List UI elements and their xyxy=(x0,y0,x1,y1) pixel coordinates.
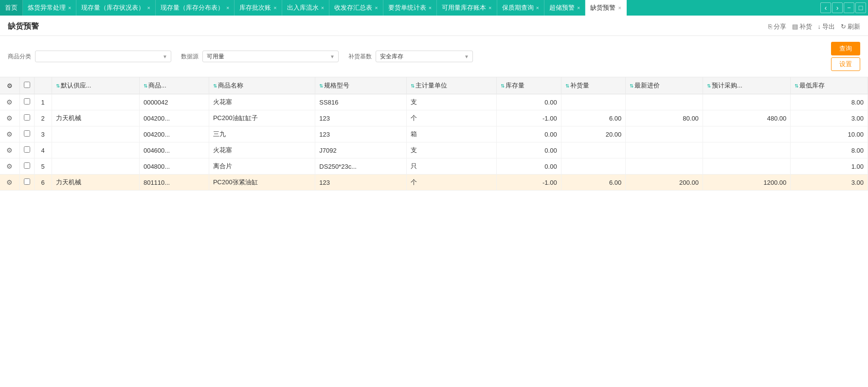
tab-summary[interactable]: 收发存汇总表 × xyxy=(329,0,383,16)
tab-close-expiry[interactable]: × xyxy=(536,5,539,11)
row-gear-3[interactable]: ⚙ xyxy=(0,142,19,158)
row-check-0[interactable] xyxy=(19,94,34,110)
row-unit-1: 个 xyxy=(407,110,497,126)
row-gear-4[interactable]: ⚙ xyxy=(0,158,19,175)
select-all-checkbox[interactable] xyxy=(24,82,30,88)
row-checkbox-0[interactable] xyxy=(24,98,30,105)
tab-close-lianhuo[interactable]: × xyxy=(68,5,71,11)
row-gear-1[interactable]: ⚙ xyxy=(0,110,19,126)
row-check-1[interactable] xyxy=(19,110,34,126)
query-button[interactable]: 查询 xyxy=(831,42,860,55)
tab-close-shortage[interactable]: × xyxy=(618,5,621,11)
row-checkbox-1[interactable] xyxy=(24,114,30,121)
col-latest-price-header[interactable]: ⇅最新进价 xyxy=(626,77,703,94)
tab-lianhuo[interactable]: 炼货异常处理 × xyxy=(23,0,76,16)
table-body: ⚙ 1 0000042 火花塞 SS816 支 0.00 8.00 ⚙ 2 力天… xyxy=(0,94,868,191)
tab-batch[interactable]: 库存批次账 × xyxy=(235,0,282,16)
export-button[interactable]: ↓ 导出 xyxy=(818,22,835,31)
tab-close-inout[interactable]: × xyxy=(321,5,324,11)
row-checkbox-5[interactable] xyxy=(24,178,30,185)
row-min-stock-2: 10.00 xyxy=(791,126,868,142)
tab-bar: 首页 炼货异常处理 × 现存量（库存状况表） × 现存量（库存分布表） × 库存… xyxy=(0,0,868,16)
row-est-purchase-0 xyxy=(703,94,790,110)
tab-close-overstock[interactable]: × xyxy=(577,5,580,11)
refresh-button[interactable]: ↻ 刷新 xyxy=(841,22,860,31)
row-checkbox-4[interactable] xyxy=(24,162,30,169)
data-table: ⚙ ⇅默认供应... ⇅商品... ⇅商品名称 ⇅规格型号 ⇅主计量单位 ⇅库存… xyxy=(0,77,868,191)
tab-stock-dist[interactable]: 现存量（库存分布表） × xyxy=(156,0,235,16)
row-min-stock-3: 8.00 xyxy=(791,142,868,158)
row-gear-2[interactable]: ⚙ xyxy=(0,126,19,142)
col-replenish-header[interactable]: ⇅补货量 xyxy=(561,77,626,94)
row-replenish-2: 20.00 xyxy=(561,126,626,142)
replenish-base-select[interactable] xyxy=(376,51,473,62)
col-gear-header[interactable]: ⚙ xyxy=(0,77,19,94)
col-supplier-header[interactable]: ⇅默认供应... xyxy=(52,77,139,94)
col-name-header[interactable]: ⇅商品名称 xyxy=(209,77,315,94)
datasource-select[interactable] xyxy=(202,51,339,62)
replenish-base-label: 补货基数 xyxy=(348,53,372,61)
col-spec-header[interactable]: ⇅规格型号 xyxy=(315,77,407,94)
row-replenish-5: 6.00 xyxy=(561,175,626,191)
tab-available[interactable]: 可用量库存账本 × xyxy=(437,0,497,16)
tab-close-summary[interactable]: × xyxy=(375,5,378,11)
tab-overstock[interactable]: 超储预警 × xyxy=(544,0,585,16)
row-num-3: 4 xyxy=(34,142,52,158)
row-gear-0[interactable]: ⚙ xyxy=(0,94,19,110)
category-select[interactable] xyxy=(35,51,171,62)
row-num-5: 6 xyxy=(34,175,52,191)
row-num-2: 3 xyxy=(34,126,52,142)
settings-button[interactable]: 设置 xyxy=(831,57,860,71)
row-check-2[interactable] xyxy=(19,126,34,142)
row-latest-price-1: 80.00 xyxy=(626,110,703,126)
tab-order-stat[interactable]: 要货单统计表 × xyxy=(383,0,437,16)
row-name-1: PC200油缸缸子 xyxy=(209,110,315,126)
tab-stock-status[interactable]: 现存量（库存状况表） × xyxy=(76,0,155,16)
replenish-base-select-wrapper xyxy=(376,51,473,62)
row-spec-2: 123 xyxy=(315,126,407,142)
tab-maximize-button[interactable]: □ xyxy=(855,2,866,13)
share-button[interactable]: ⎘ 分享 xyxy=(768,22,786,31)
category-label: 商品分类 xyxy=(8,53,31,61)
tab-minimize-button[interactable]: － xyxy=(844,2,854,13)
row-name-0: 火花塞 xyxy=(209,94,315,110)
row-latest-price-2 xyxy=(626,126,703,142)
col-code-header[interactable]: ⇅商品... xyxy=(139,77,209,94)
tab-inout[interactable]: 出入库流水 × xyxy=(282,0,329,16)
row-check-3[interactable] xyxy=(19,142,34,158)
row-checkbox-2[interactable] xyxy=(24,130,30,137)
row-gear-5[interactable]: ⚙ xyxy=(0,175,19,191)
datasource-select-wrapper xyxy=(202,51,339,62)
col-min-stock-header[interactable]: ⇅最低库存 xyxy=(791,77,868,94)
tab-close-available[interactable]: × xyxy=(488,5,491,11)
replenish-button[interactable]: ▤ 补货 xyxy=(792,22,812,31)
tab-next-button[interactable]: › xyxy=(832,2,843,13)
tab-close-batch[interactable]: × xyxy=(273,5,276,11)
row-code-3: 004600... xyxy=(139,142,209,158)
row-supplier-5: 力天机械 xyxy=(52,175,139,191)
tab-shortage[interactable]: 缺货预警 × xyxy=(585,0,626,16)
row-spec-5: 123 xyxy=(315,175,407,191)
row-min-stock-4: 1.00 xyxy=(791,158,868,175)
row-code-1: 004200... xyxy=(139,110,209,126)
tab-home[interactable]: 首页 xyxy=(0,0,23,16)
row-est-purchase-2 xyxy=(703,126,790,142)
col-unit-header[interactable]: ⇅主计量单位 xyxy=(407,77,497,94)
row-check-4[interactable] xyxy=(19,158,34,175)
row-unit-0: 支 xyxy=(407,94,497,110)
row-checkbox-3[interactable] xyxy=(24,146,30,153)
row-check-5[interactable] xyxy=(19,175,34,191)
tab-close-stock-dist[interactable]: × xyxy=(226,5,229,11)
row-supplier-2 xyxy=(52,126,139,142)
tab-close-stock-status[interactable]: × xyxy=(147,5,150,11)
col-est-purchase-header[interactable]: ⇅预计采购... xyxy=(703,77,790,94)
tab-close-order-stat[interactable]: × xyxy=(429,5,432,11)
tab-expiry[interactable]: 保质期查询 × xyxy=(497,0,544,16)
row-supplier-3 xyxy=(52,142,139,158)
row-replenish-3 xyxy=(561,142,626,158)
col-stock-header[interactable]: ⇅库存量 xyxy=(497,77,561,94)
page-title: 缺货预警 xyxy=(8,21,39,32)
col-check-header[interactable] xyxy=(19,77,34,94)
row-supplier-0 xyxy=(52,94,139,110)
tab-prev-button[interactable]: ‹ xyxy=(820,2,831,13)
